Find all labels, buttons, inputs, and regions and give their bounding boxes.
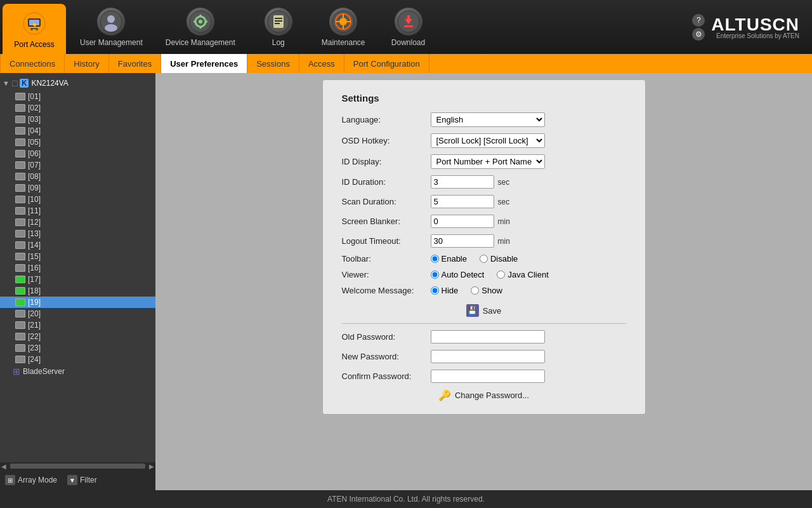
id-duration-input[interactable]	[431, 175, 494, 189]
nav-user-management[interactable]: User Management	[69, 0, 154, 54]
tree-port-17[interactable]: [17]	[0, 274, 155, 285]
port-status-icon-11	[15, 207, 25, 215]
screen-blanker-input[interactable]	[431, 215, 494, 228]
toolbar-disable-label[interactable]: Disable	[480, 254, 518, 264]
array-mode-btn[interactable]: ⊞ Array Mode	[5, 475, 57, 485]
nav-port-access[interactable]: 👆 Port Access	[3, 4, 66, 54]
nav-log[interactable]: Log	[247, 0, 310, 54]
osd-hotkey-select[interactable]: [Scroll Lock] [Scroll Lock] [Caps Lock] …	[431, 133, 545, 148]
viewer-auto-detect-label[interactable]: Auto Detect	[431, 270, 485, 279]
new-password-input[interactable]	[431, 350, 545, 363]
logout-timeout-control: min	[431, 234, 626, 248]
tab-access[interactable]: Access	[299, 54, 344, 73]
toolbar-row: Toolbar: Enable Disable	[342, 254, 626, 264]
tree-port-04[interactable]: [04]	[0, 125, 155, 137]
tree-port-12[interactable]: [12]	[0, 217, 155, 228]
welcome-show-radio[interactable]	[471, 286, 479, 295]
confirm-password-control	[431, 370, 626, 383]
viewer-java-client-radio[interactable]	[497, 271, 505, 279]
tree-port-07[interactable]: [07]	[0, 159, 155, 171]
toolbar-enable-radio[interactable]	[431, 255, 439, 263]
tree-root-node[interactable]: ▼ □ K KN2124VA	[0, 76, 155, 91]
change-password-button[interactable]: 🔑 Change Password...	[438, 389, 529, 401]
key-icon: 🔑	[438, 389, 451, 401]
scan-duration-label: Scan Duration:	[342, 197, 431, 206]
welcome-show-label[interactable]: Show	[471, 286, 502, 295]
scan-duration-input[interactable]	[431, 195, 494, 208]
svg-rect-5	[30, 28, 38, 29]
scroll-left-btn[interactable]: ◀	[0, 463, 8, 470]
tree-port-23[interactable]: [23]	[0, 342, 155, 354]
nav-maintenance[interactable]: Maintenance	[310, 0, 377, 54]
svg-rect-26	[404, 25, 413, 27]
tree-port-13[interactable]: [13]	[0, 228, 155, 239]
tree-port-24[interactable]: [24]	[0, 354, 155, 365]
viewer-row: Viewer: Auto Detect Java Client	[342, 270, 626, 279]
save-row: 💾 Save	[342, 304, 626, 317]
nav-device-management[interactable]: Device Management	[154, 0, 247, 54]
tab-connections[interactable]: Connections	[0, 54, 65, 73]
port-label-20: [20]	[28, 309, 41, 318]
tree-port-22[interactable]: [22]	[0, 331, 155, 342]
welcome-hide-radio[interactable]	[431, 286, 439, 295]
language-select[interactable]: English French German Spanish Japanese C…	[431, 112, 545, 127]
port-label-15: [15]	[28, 252, 41, 261]
tree-port-01[interactable]: [01]	[0, 91, 155, 102]
svg-rect-19	[275, 18, 282, 19]
filter-icon: ▼	[67, 475, 77, 485]
viewer-java-client-label[interactable]: Java Client	[497, 270, 548, 279]
viewer-auto-detect-radio[interactable]	[431, 271, 439, 279]
tree-port-14[interactable]: [14]	[0, 239, 155, 251]
old-password-label: Old Password:	[342, 332, 431, 342]
port-status-icon-14	[15, 241, 25, 249]
port-status-icon-08	[15, 173, 25, 180]
sidebar-horizontal-scrollbar[interactable]: ◀ ▶	[0, 462, 155, 470]
port-status-icon-03	[15, 116, 25, 123]
tree-port-09[interactable]: [09]	[0, 182, 155, 194]
tree-port-10[interactable]: [10]	[0, 194, 155, 205]
tab-sessions[interactable]: Sessions	[247, 54, 299, 73]
port-label-16: [16]	[28, 264, 41, 272]
tree-port-18[interactable]: [18]	[0, 285, 155, 297]
welcome-hide-label[interactable]: Hide	[431, 286, 459, 295]
tab-port-configuration[interactable]: Port Configuration	[344, 54, 429, 73]
tree-port-16[interactable]: [16]	[0, 262, 155, 274]
help-icon[interactable]: ?	[692, 14, 705, 27]
port-status-icon-12	[15, 218, 25, 226]
tree-port-21[interactable]: [21]	[0, 319, 155, 331]
scroll-right-btn[interactable]: ▶	[148, 463, 155, 470]
save-button[interactable]: 💾 Save	[466, 304, 502, 317]
old-password-input[interactable]	[431, 330, 545, 344]
tab-favorites[interactable]: Favorites	[109, 54, 161, 73]
tree-port-06[interactable]: [06]	[0, 148, 155, 159]
toolbar-disable-radio[interactable]	[480, 255, 488, 263]
sidebar-bottom-bar: ⊞ Array Mode ▼ Filter	[0, 470, 155, 490]
port-label-13: [13]	[28, 229, 41, 238]
tree-port-15[interactable]: [15]	[0, 251, 155, 262]
id-display-select[interactable]: Port Number + Port Name Port Number Port…	[431, 154, 545, 169]
tree-port-20[interactable]: [20]	[0, 308, 155, 319]
confirm-password-row: Confirm Password:	[342, 370, 626, 383]
toolbar-enable-label[interactable]: Enable	[431, 254, 467, 264]
tab-user-preferences[interactable]: User Preferences	[161, 54, 247, 73]
port-status-icon-04	[15, 127, 25, 135]
tree-port-02[interactable]: [02]	[0, 102, 155, 114]
filter-btn[interactable]: ▼ Filter	[67, 475, 97, 485]
tree-port-19[interactable]: [19]	[0, 297, 155, 308]
logout-timeout-input[interactable]	[431, 234, 494, 248]
tab-history[interactable]: History	[65, 54, 108, 73]
tree-port-05[interactable]: [05]	[0, 137, 155, 148]
blade-server-item[interactable]: ⊞ BladeServer	[0, 365, 155, 378]
port-label-11: [11]	[28, 206, 41, 215]
tree-port-11[interactable]: [11]	[0, 205, 155, 217]
confirm-password-input[interactable]	[431, 370, 545, 383]
tree-port-03[interactable]: [03]	[0, 114, 155, 125]
tree-port-08[interactable]: [08]	[0, 171, 155, 182]
blade-server-label: BladeServer	[23, 367, 65, 376]
port-label-05: [05]	[28, 138, 41, 147]
settings-icon[interactable]: ⚙	[692, 28, 705, 41]
port-label-10: [10]	[28, 195, 41, 204]
port-label-12: [12]	[28, 218, 41, 227]
nav-download[interactable]: Download	[377, 0, 440, 54]
footer: ATEN International Co. Ltd. All rights r…	[0, 490, 812, 508]
